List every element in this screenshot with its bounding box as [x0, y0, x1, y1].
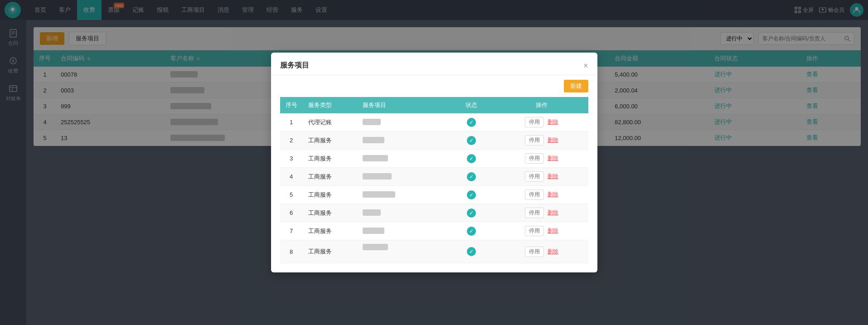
delete-button[interactable]: 删除 [548, 209, 558, 217]
delete-button[interactable]: 删除 [548, 136, 558, 144]
modal-cell-item: ████ [357, 222, 448, 240]
status-check-icon: ✓ [467, 118, 476, 127]
modal-cell-item: ████1 [357, 113, 448, 131]
stop-button[interactable]: 停用 [525, 247, 544, 257]
modal-cell-status: ✓ [448, 131, 495, 150]
modal-cell-action: 停用 删除 [495, 240, 588, 263]
modal-table-row: 3 工商服务 ████ ✓ 停用 删除 [280, 150, 588, 168]
modal-table-row: 2 工商服务 ████ ✓ 停用 删除 [280, 131, 588, 150]
stop-button[interactable]: 停用 [525, 135, 544, 146]
modal-close-button[interactable]: × [583, 62, 588, 70]
modal-cell-type: 工商服务 [303, 186, 357, 204]
modal-cell-seq: 6 [280, 204, 303, 222]
modal-cell-seq: 2 [280, 131, 303, 150]
stop-button[interactable]: 停用 [525, 226, 544, 236]
stop-button[interactable]: 停用 [525, 208, 544, 218]
modal-cell-type: 工商服务 [303, 204, 357, 222]
modal-table-row: 5 工商服务 ████ ✓ 停用 删除 [280, 186, 588, 204]
delete-button[interactable]: 删除 [548, 173, 558, 180]
modal-cell-seq: 5 [280, 186, 303, 204]
modal-col-status: 状态 [448, 97, 495, 113]
modal-cell-action: 停用 删除 [495, 113, 588, 131]
modal-cell-seq: 4 [280, 168, 303, 186]
modal-cell-action: 停用 删除 [495, 186, 588, 204]
stop-button[interactable]: 停用 [525, 189, 544, 200]
modal-cell-seq: 8 [280, 240, 303, 263]
delete-button[interactable]: 删除 [548, 191, 558, 199]
status-check-icon: ✓ [467, 247, 476, 256]
modal-cell-action: 停用 删除 [495, 168, 588, 186]
stop-button[interactable]: 停用 [525, 171, 544, 182]
modal-cell-item: ████ [357, 150, 448, 168]
modal-toolbar: 新建 [271, 75, 597, 97]
modal-cell-status: ✓ [448, 113, 495, 131]
modal-table-row: 1 代理记账 ████1 ✓ 停用 删除 [280, 113, 588, 131]
modal-cell-type: 工商服务 [303, 131, 357, 150]
modal-table-row: 7 工商服务 ████ ✓ 停用 删除 [280, 222, 588, 240]
modal-cell-status: ✓ [448, 222, 495, 240]
delete-button[interactable]: 删除 [548, 248, 558, 256]
status-check-icon: ✓ [467, 227, 476, 236]
modal-cell-item: ██████ [357, 204, 448, 222]
modal-cell-status: ✓ [448, 240, 495, 263]
modal-cell-seq: 7 [280, 222, 303, 240]
modal-cell-action: 停用 删除 [495, 150, 588, 168]
modal-cell-action: 停用 删除 [495, 131, 588, 150]
modal-cell-action: 停用 删除 [495, 222, 588, 240]
status-check-icon: ✓ [467, 172, 476, 181]
modal-cell-status: ✓ [448, 186, 495, 204]
status-check-icon: ✓ [467, 190, 476, 199]
stop-button[interactable]: 停用 [525, 117, 544, 127]
delete-button[interactable]: 删除 [548, 155, 558, 162]
stop-button[interactable]: 停用 [525, 153, 544, 164]
modal-col-item: 服务项目 [357, 97, 448, 113]
delete-button[interactable]: 删除 [548, 118, 558, 126]
modal-table-row: 4 工商服务 ████ ✓ 停用 删除 [280, 168, 588, 186]
modal-cell-status: ✓ [448, 150, 495, 168]
delete-button[interactable]: 删除 [548, 227, 558, 235]
modal-col-type: 服务类型 [303, 97, 357, 113]
status-check-icon: ✓ [467, 136, 476, 145]
modal-table-row: 6 工商服务 ██████ ✓ 停用 删除 [280, 204, 588, 222]
modal-header: 服务项目 × [271, 53, 597, 75]
modal-cell-type: 代理记账 [303, 113, 357, 131]
modal-cell-type: 工商服务 [303, 150, 357, 168]
modal-cell-status: ✓ [448, 204, 495, 222]
modal-cell-type: 工商服务 [303, 168, 357, 186]
modal-cell-seq: 1 [280, 113, 303, 131]
modal-cell-type: 工商服务 [303, 240, 357, 263]
modal-new-button[interactable]: 新建 [564, 80, 588, 92]
modal-cell-seq: 3 [280, 150, 303, 168]
modal-cell-item: ████ [357, 168, 448, 186]
modal-table-row: 8 工商服务 ████注册 ✓ 停用 删除 [280, 240, 588, 263]
status-check-icon: ✓ [467, 209, 476, 218]
modal-cell-item: ████ [357, 131, 448, 150]
modal-cell-item: ████注册 [357, 240, 448, 263]
service-item-modal: 服务项目 × 新建 序号 服务类型 服务项目 状态 操作 1 代理记账 [271, 53, 597, 272]
modal-title: 服务项目 [280, 61, 309, 70]
modal-cell-status: ✓ [448, 168, 495, 186]
status-check-icon: ✓ [467, 154, 476, 163]
modal-cell-type: 工商服务 [303, 222, 357, 240]
modal-col-seq: 序号 [280, 97, 303, 113]
modal-body: 序号 服务类型 服务项目 状态 操作 1 代理记账 ████1 ✓ 停用 删除 [271, 97, 597, 272]
service-item-table: 序号 服务类型 服务项目 状态 操作 1 代理记账 ████1 ✓ 停用 删除 [280, 97, 588, 263]
modal-cell-item: ████ [357, 186, 448, 204]
modal-cell-action: 停用 删除 [495, 204, 588, 222]
modal-overlay[interactable]: 服务项目 × 新建 序号 服务类型 服务项目 状态 操作 1 代理记账 [0, 0, 868, 325]
modal-col-action: 操作 [495, 97, 588, 113]
